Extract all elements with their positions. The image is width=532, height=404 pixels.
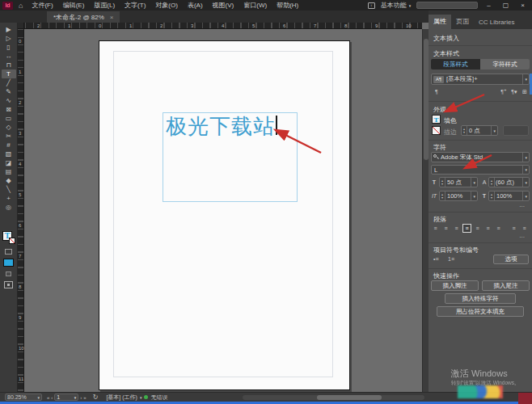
menubar-item-5[interactable]: 表(A) xyxy=(183,1,208,10)
scissors-tool-icon[interactable]: ✂ xyxy=(2,132,16,141)
horizontal-scrollbar[interactable] xyxy=(243,395,424,400)
gradient-tool-icon[interactable]: ▧ xyxy=(2,149,16,158)
insert-endnote-button[interactable]: 插入尾注 xyxy=(482,280,530,291)
document-tab[interactable]: *未命名-2 @ 82% × xyxy=(47,11,120,23)
vertical-scale-stepper[interactable]: ▴▾ 100% ▾ xyxy=(439,191,478,201)
fill-with-placeholder-text-button[interactable]: 用占位符文本填充 xyxy=(437,306,524,317)
vertical-ruler[interactable]: 01234567891011 xyxy=(18,29,24,392)
apply-color-icon[interactable] xyxy=(6,271,11,276)
justify-all-icon[interactable]: ≡ xyxy=(494,224,503,233)
zoom-level-dropdown[interactable]: 80.25% ▾ xyxy=(5,393,42,401)
stroke-label[interactable]: 描边 xyxy=(444,128,457,137)
numbered-list-icon[interactable]: 1≡ xyxy=(448,256,454,262)
align-away-from-spine-icon[interactable]: ≡ xyxy=(520,224,529,233)
panel-tab-2[interactable]: CC Libraries xyxy=(474,16,519,29)
align-right-icon[interactable]: ≡ xyxy=(452,224,461,233)
horizontal-scale-stepper[interactable]: ▴▾ 100% ▾ xyxy=(488,191,530,201)
font-family-dropdown[interactable]: Adobe 宋体 Std ▾ xyxy=(431,152,530,162)
gradient-feather-tool-icon[interactable]: ◪ xyxy=(2,158,16,167)
formatting-affects-icon[interactable] xyxy=(5,249,12,255)
panel-tab-0[interactable]: 属性 xyxy=(429,15,451,29)
menubar-item-0[interactable]: 文件(F) xyxy=(27,1,57,10)
pilcrow-icon[interactable]: ¶ xyxy=(433,89,441,95)
align-left-icon[interactable]: ≡ xyxy=(431,224,440,233)
hand-tool-icon[interactable]: + xyxy=(2,194,16,203)
horizontal-scrollbar-thumb[interactable] xyxy=(317,395,382,400)
type-tool-icon[interactable]: T xyxy=(2,69,16,78)
next-page-button[interactable]: › xyxy=(80,395,82,400)
leading-stepper[interactable]: ▴▾ (60 点) ▾ xyxy=(488,177,530,187)
bulleted-list-icon[interactable]: •≡ xyxy=(433,256,439,262)
rotate-view-icon[interactable]: ↻ xyxy=(93,393,99,401)
search-input[interactable] xyxy=(416,2,478,9)
align-center-icon[interactable]: ≡ xyxy=(441,224,450,233)
rectangle-tool-icon[interactable]: ▭ xyxy=(2,114,16,123)
rectangle-frame-tool-icon[interactable]: ⊠ xyxy=(2,105,16,114)
minimize-button[interactable]: – xyxy=(483,2,493,9)
justify-last-right-icon[interactable]: ≡ xyxy=(483,224,492,233)
fill-label[interactable]: 填色 xyxy=(444,116,457,125)
paragraph-styles-tab[interactable]: 段落样式 xyxy=(431,59,480,69)
new-paragraph-style-icon[interactable]: ¶⁺ xyxy=(500,89,508,95)
polygon-tool-icon[interactable]: ◇ xyxy=(2,123,16,132)
horizontal-ruler[interactable]: 21012345678910 xyxy=(18,23,422,29)
pen-tool-icon[interactable]: ✎ xyxy=(2,87,16,96)
gap-tool-icon[interactable]: ↔ xyxy=(2,52,16,61)
previous-page-button[interactable]: ‹ xyxy=(51,395,53,400)
panel-tab-1[interactable]: 页面 xyxy=(451,15,474,29)
bullets-options-button[interactable]: 选项 xyxy=(493,255,529,264)
tab-close-icon[interactable]: × xyxy=(110,14,114,21)
more-options-icon[interactable]: ⋯ xyxy=(519,204,526,210)
stroke-weight-stepper[interactable]: ▴▾ 0 点 ▾ xyxy=(461,125,498,136)
home-icon[interactable]: ⌂ xyxy=(19,2,23,10)
text-frame[interactable]: 极光下载站 xyxy=(163,112,298,202)
menubar-item-1[interactable]: 编辑(E) xyxy=(58,1,90,10)
stroke-color-swatch[interactable] xyxy=(432,126,441,135)
insert-footnote-button[interactable]: 插入脚注 xyxy=(431,280,479,291)
first-page-button[interactable]: « xyxy=(47,395,49,400)
preflight-menu[interactable]: [基本] (工作) ▾ 无错误 xyxy=(106,393,167,402)
note-tool-icon[interactable]: ▤ xyxy=(2,167,16,176)
page-number-field[interactable]: 1 ▾ xyxy=(54,393,78,401)
menubar-item-6[interactable]: 视图(V) xyxy=(208,1,239,10)
font-size-stepper[interactable]: ▴▾ 50 点 ▾ xyxy=(439,177,478,187)
zoom-tool-icon[interactable]: ◎ xyxy=(2,203,16,212)
style-panel-icon[interactable]: ⊞ xyxy=(521,89,529,95)
eyedropper-tool-icon[interactable]: ╲ xyxy=(2,185,16,194)
restore-button[interactable]: ▢ xyxy=(500,2,513,9)
menubar-item-8[interactable]: 帮助(H) xyxy=(272,1,303,10)
style-options-icon[interactable]: ¶▾ xyxy=(510,89,518,95)
justify-last-center-icon[interactable]: ≡ xyxy=(473,224,482,233)
menubar-item-3[interactable]: 文字(T) xyxy=(120,1,150,10)
close-button[interactable]: × xyxy=(517,2,528,9)
justify-last-left-icon[interactable]: ≡ xyxy=(462,224,471,233)
fill-color-swatch[interactable]: T xyxy=(432,115,441,124)
free-transform-tool-icon[interactable]: # xyxy=(2,141,16,149)
menubar-item-7[interactable]: 窗口(W) xyxy=(239,1,272,10)
menubar-item-4[interactable]: 对象(O) xyxy=(150,1,183,10)
color-theme-tool-icon[interactable]: ◆ xyxy=(2,176,16,185)
app-logo-icon[interactable]: Id xyxy=(2,2,13,10)
paragraph-style-dropdown[interactable]: A¶ [基本段落]+ ▾ xyxy=(431,74,530,85)
workspace-switcher[interactable]: 基本功能 ▾ xyxy=(381,1,412,10)
content-collector-tool-icon[interactable]: ⊓ xyxy=(2,61,16,69)
character-styles-tab[interactable]: 字符样式 xyxy=(480,59,530,69)
last-page-button[interactable]: » xyxy=(83,395,86,400)
line-tool-icon[interactable]: ╱ xyxy=(2,78,16,87)
font-style-dropdown[interactable]: L ▾ xyxy=(431,165,530,175)
share-icon[interactable]: ↑ xyxy=(368,2,375,9)
selection-tool-icon[interactable]: ▶ xyxy=(2,25,16,34)
vertical-scrollbar[interactable] xyxy=(422,29,429,392)
page-tool-icon[interactable]: ▯ xyxy=(2,43,16,52)
menubar-item-2[interactable]: 版面(L) xyxy=(89,1,120,10)
align-toward-spine-icon[interactable]: ≡ xyxy=(509,224,518,233)
view-mode-icon[interactable] xyxy=(4,281,13,288)
direct-selection-tool-icon[interactable]: ▷ xyxy=(2,34,16,43)
fill-color-swatch[interactable] xyxy=(3,259,14,267)
text-stroke-swatch[interactable] xyxy=(9,238,15,244)
frame-text[interactable]: 极光下载站 xyxy=(163,113,297,138)
ruler-origin-box[interactable] xyxy=(18,23,24,29)
pencil-tool-icon[interactable]: ∿ xyxy=(2,96,16,105)
more-options-icon[interactable]: ⋯ xyxy=(519,234,526,241)
insert-special-character-button[interactable]: 插入特殊字符 xyxy=(445,293,516,304)
